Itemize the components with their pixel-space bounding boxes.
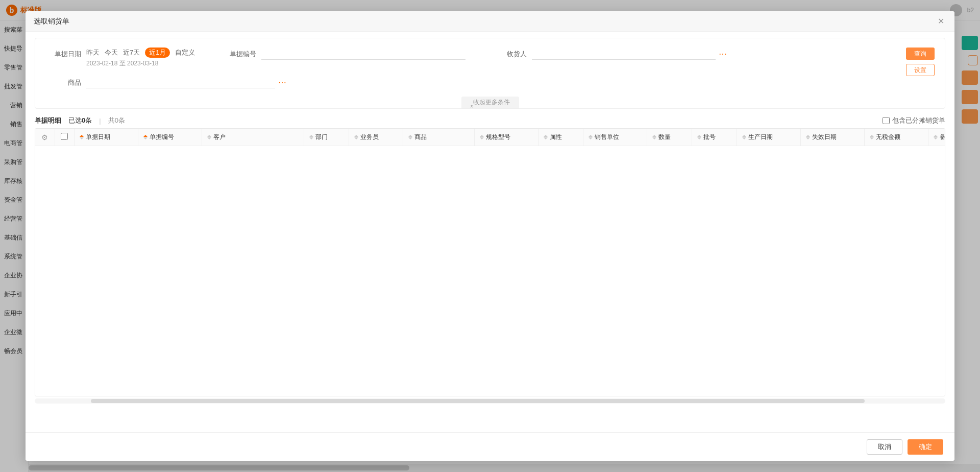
selected-count-wrap: 已选0条: [68, 116, 92, 125]
table-wrap[interactable]: ⚙ 单据日期 单据编号 客户 部门 业务员 商品 规格型号 属性 销售单位 数量: [35, 128, 945, 396]
filter-product: 商品 ⋯: [61, 76, 290, 88]
select-all-checkbox[interactable]: [61, 133, 68, 140]
close-icon[interactable]: ✕: [936, 14, 946, 28]
sort-up-icon: [870, 135, 874, 137]
col-attr[interactable]: 属性: [538, 129, 583, 146]
product-input[interactable]: [86, 76, 275, 88]
product-lookup-icon[interactable]: ⋯: [275, 78, 290, 87]
modal-title: 选取销货单: [34, 17, 69, 26]
date-range: 2023-02-18 至 2023-03-18: [86, 59, 195, 68]
col-dept[interactable]: 部门: [304, 129, 349, 146]
include-checkbox-wrap[interactable]: 包含已分摊销货单: [883, 116, 945, 125]
table-scrollbar-thumb[interactable]: [91, 399, 865, 403]
receiver-input[interactable]: [532, 48, 716, 60]
col-settings[interactable]: ⚙: [35, 129, 55, 146]
sort-up-icon: [309, 135, 313, 137]
select-sales-order-modal: 选取销货单 ✕ 单据日期 昨天 今天 近7天 近1月: [26, 11, 954, 461]
summary-left: 单据明细 已选0条 | 共0条: [35, 116, 125, 125]
col-label: 部门: [315, 133, 328, 140]
col-label: 属性: [550, 133, 562, 140]
summary-sep: |: [99, 117, 101, 125]
sort-down-icon: [870, 137, 874, 139]
collapse-button[interactable]: 收起更多条件: [461, 97, 519, 108]
sort-down-icon: [697, 137, 701, 139]
sort-up-icon: [934, 135, 938, 137]
sort-down-icon: [309, 137, 313, 139]
col-spec[interactable]: 规格型号: [475, 129, 538, 146]
filter-date: 单据日期 昨天 今天 近7天 近1月 自定义 2023-02-18: [45, 48, 195, 68]
selected-suffix: 条: [85, 116, 92, 124]
sort-down-icon: [742, 137, 746, 139]
sort-up-icon: [544, 135, 548, 137]
filter-panel: 单据日期 昨天 今天 近7天 近1月 自定义 2023-02-18: [35, 38, 945, 109]
col-customer[interactable]: 客户: [202, 129, 304, 146]
sort-up-icon: [80, 135, 84, 137]
filter-docno-label: 单据编号: [220, 48, 256, 59]
filter-docno: 单据编号: [220, 48, 465, 60]
summary-total: 共0条: [108, 116, 125, 125]
sort-up-icon: [806, 135, 810, 137]
col-batch[interactable]: 批号: [692, 129, 737, 146]
collapse-bar: 收起更多条件: [45, 97, 935, 108]
sort-down-icon: [480, 137, 484, 139]
table-scrollbar[interactable]: [35, 398, 945, 404]
filter-receiver: 收货人 ⋯: [491, 48, 730, 60]
sort-down-icon: [589, 137, 593, 139]
col-label: 备: [940, 133, 945, 140]
include-checkbox[interactable]: [883, 117, 890, 124]
col-label: 销售单位: [595, 133, 619, 140]
query-button[interactable]: 查询: [906, 48, 935, 60]
date-preset-custom[interactable]: 自定义: [175, 48, 195, 57]
date-presets: 昨天 今天 近7天 近1月 自定义: [86, 48, 195, 58]
sales-order-table: ⚙ 单据日期 单据编号 客户 部门 业务员 商品 规格型号 属性 销售单位 数量: [35, 129, 945, 146]
sort-down-icon: [80, 137, 84, 139]
modal-body: 单据日期 昨天 今天 近7天 近1月 自定义 2023-02-18: [26, 32, 954, 432]
sort-up-icon: [354, 135, 358, 137]
col-remark[interactable]: 备: [928, 129, 945, 146]
cancel-button[interactable]: 取消: [867, 439, 902, 455]
col-label: 业务员: [360, 133, 379, 140]
sort-down-icon: [934, 137, 938, 139]
col-expiry[interactable]: 失效日期: [801, 129, 865, 146]
sort-down-icon: [354, 137, 358, 139]
collapse-label: 收起更多条件: [473, 98, 510, 107]
col-docno[interactable]: 单据编号: [138, 129, 202, 146]
sort-up-icon: [697, 135, 701, 137]
date-range-to: 2023-03-18: [127, 60, 158, 67]
sort-down-icon: [652, 137, 656, 139]
receiver-lookup-icon[interactable]: ⋯: [716, 49, 730, 59]
col-label: 规格型号: [486, 133, 510, 140]
sort-down-icon: [806, 137, 810, 139]
date-preset-7days[interactable]: 近7天: [123, 48, 140, 57]
sort-down-icon: [143, 137, 148, 139]
filter-date-label: 单据日期: [45, 48, 81, 59]
selected-prefix: 已选: [68, 116, 82, 124]
docno-input[interactable]: [261, 48, 465, 60]
gear-icon: ⚙: [41, 133, 48, 141]
col-salesperson[interactable]: 业务员: [349, 129, 403, 146]
include-label: 包含已分摊销货单: [892, 116, 945, 125]
col-label: 单据编号: [150, 133, 174, 140]
date-preset-1month[interactable]: 近1月: [145, 48, 170, 58]
date-range-from: 2023-02-18: [86, 60, 117, 67]
col-qty[interactable]: 数量: [647, 129, 692, 146]
settings-button[interactable]: 设置: [906, 64, 935, 76]
modal-footer: 取消 确定: [26, 432, 954, 461]
col-checkbox[interactable]: [55, 129, 74, 146]
sort-up-icon: [480, 135, 484, 137]
summary-bar: 单据明细 已选0条 | 共0条 包含已分摊销货单: [35, 116, 945, 125]
date-preset-today[interactable]: 今天: [105, 48, 118, 57]
col-product[interactable]: 商品: [403, 129, 475, 146]
col-notax[interactable]: 无税金额: [865, 129, 928, 146]
sort-down-icon: [544, 137, 548, 139]
sort-down-icon: [408, 137, 412, 139]
col-label: 客户: [213, 133, 226, 140]
col-label: 商品: [414, 133, 427, 140]
col-label: 数量: [658, 133, 671, 140]
col-unit[interactable]: 销售单位: [583, 129, 647, 146]
confirm-button[interactable]: 确定: [908, 439, 943, 455]
sort-up-icon: [207, 135, 211, 137]
date-preset-yesterday[interactable]: 昨天: [86, 48, 100, 57]
col-date[interactable]: 单据日期: [74, 129, 138, 146]
col-proddate[interactable]: 生产日期: [737, 129, 801, 146]
